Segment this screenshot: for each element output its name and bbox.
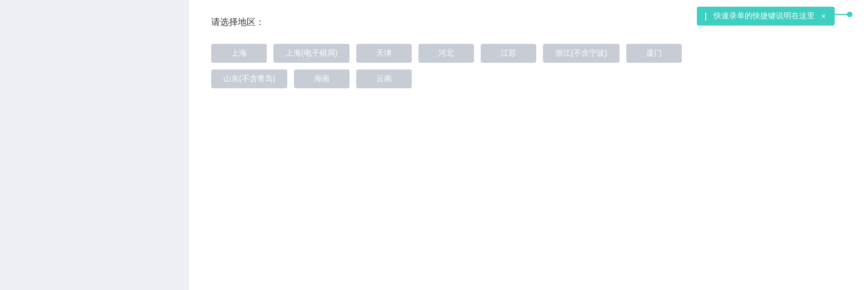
tooltip-text: 快速录单的快捷键说明在这里 — [714, 11, 815, 21]
region-btn-xiamen[interactable]: 厦门 — [626, 44, 682, 63]
left-sidebar — [0, 0, 189, 290]
tooltip-close-button[interactable]: × — [820, 12, 827, 21]
region-btn-jiangsu[interactable]: 江苏 — [481, 44, 536, 63]
region-btn-yunnan[interactable]: 云南 — [356, 69, 412, 88]
region-btn-tianjin[interactable]: 天津 — [356, 44, 412, 63]
region-btn-hebei[interactable]: 河北 — [418, 44, 474, 63]
region-btn-zhejiang[interactable]: 浙江(不含宁波) — [543, 44, 619, 63]
region-buttons-row2: 山东(不含青岛)海南云南 — [211, 69, 846, 88]
region-buttons-row1: 上海上海(电子税局)天津河北江苏浙江(不含宁波)厦门 — [211, 44, 846, 63]
region-btn-shandong[interactable]: 山东(不含青岛) — [211, 69, 287, 88]
region-btn-shanghai[interactable]: 上海 — [211, 44, 267, 63]
main-content: 请选择地区： 上海上海(电子税局)天津河北江苏浙江(不含宁波)厦门 山东(不含青… — [189, 0, 868, 290]
tooltip-line — [834, 14, 847, 15]
tooltip-banner: 快速录单的快捷键说明在这里 × — [697, 7, 835, 26]
tooltip-dot — [847, 12, 852, 17]
region-btn-shanghai-etax[interactable]: 上海(电子税局) — [273, 44, 350, 63]
region-btn-hainan[interactable]: 海南 — [294, 69, 350, 88]
